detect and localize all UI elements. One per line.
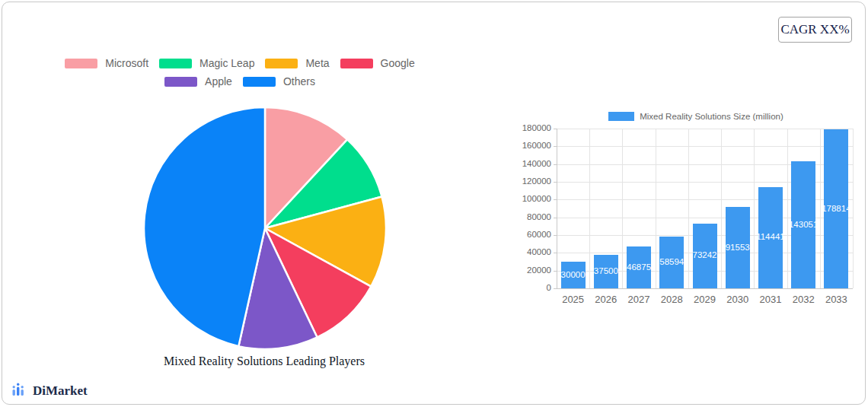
legend-item-google[interactable]: Google xyxy=(340,58,415,68)
y-axis-label: 160000 xyxy=(519,142,551,151)
legend-label: Magic Leap xyxy=(199,58,254,68)
v-gridline xyxy=(557,129,557,288)
v-gridline xyxy=(820,129,821,288)
v-gridline xyxy=(688,129,689,288)
x-axis-label: 2033 xyxy=(825,294,847,304)
bar-chart: Mixed Reality Solutions Size (million) 0… xyxy=(525,109,866,313)
pie-chart-title: Mixed Reality Solutions Leading Players xyxy=(36,355,493,368)
bar-value-label: 58594 xyxy=(659,258,684,267)
legend-label: Google xyxy=(381,58,415,68)
y-axis-label: 0 xyxy=(519,284,551,293)
x-axis-label: 2028 xyxy=(661,294,683,304)
x-axis-label: 2026 xyxy=(595,294,617,304)
legend-item-meta[interactable]: Meta xyxy=(265,58,329,68)
h-gridline xyxy=(557,129,853,129)
logo-dot xyxy=(17,383,19,386)
pie-legend: MicrosoftMagic LeapMetaGoogle AppleOther… xyxy=(46,58,434,87)
legend-item-apple[interactable]: Apple xyxy=(164,76,232,87)
legend-item-magic-leap[interactable]: Magic Leap xyxy=(159,58,254,68)
pie-chart xyxy=(142,106,388,351)
bar-legend-label: Mixed Reality Solutions Size (million) xyxy=(640,112,783,121)
x-axis-label: 2027 xyxy=(628,294,650,304)
y-axis-label: 180000 xyxy=(519,124,551,133)
bar-value-label: 143051 xyxy=(789,221,818,230)
legend-swatch xyxy=(265,59,298,68)
y-axis-label: 60000 xyxy=(519,231,551,240)
legend-swatch xyxy=(340,59,373,68)
y-axis-tick xyxy=(554,288,557,289)
h-gridline xyxy=(557,288,853,289)
legend-label: Others xyxy=(283,76,315,87)
x-axis-label: 2032 xyxy=(793,294,815,304)
cagr-badge-label: CAGR XX% xyxy=(780,22,849,37)
legend-swatch xyxy=(243,77,276,87)
logo-bar xyxy=(17,387,19,396)
pie-legend-row-1: MicrosoftMagic LeapMetaGoogle xyxy=(59,58,420,68)
bar-value-label: 30000 xyxy=(561,271,586,280)
x-axis-label: 2031 xyxy=(759,294,781,304)
y-axis-label: 40000 xyxy=(519,249,551,258)
x-axis-label: 2025 xyxy=(562,294,584,304)
pie-legend-row-2: AppleOthers xyxy=(159,76,321,87)
bar-value-label: 37500 xyxy=(594,267,618,276)
bar-value-label: 46875 xyxy=(627,263,651,272)
bar-chart-logo-icon xyxy=(12,383,29,398)
logo-bar xyxy=(13,390,15,396)
legend-label: Meta xyxy=(305,58,329,68)
y-axis-label: 80000 xyxy=(519,213,551,222)
legend-swatch xyxy=(159,59,192,68)
logo-dot xyxy=(13,386,15,388)
v-gridline xyxy=(589,129,590,288)
cagr-badge[interactable]: CAGR XX% xyxy=(778,17,852,43)
y-axis-label: 120000 xyxy=(519,177,551,186)
h-gridline xyxy=(557,146,853,147)
v-gridline xyxy=(656,129,656,288)
bar-value-label: 91553 xyxy=(726,243,750,253)
x-axis-label: 2030 xyxy=(726,294,748,304)
legend-swatch xyxy=(164,77,197,87)
bar-value-label: 178814 xyxy=(822,205,850,214)
legend-item-others[interactable]: Others xyxy=(243,76,315,87)
x-axis-label: 2029 xyxy=(694,294,716,304)
v-gridline xyxy=(721,129,722,288)
v-gridline xyxy=(622,129,623,288)
v-gridline xyxy=(853,129,854,288)
y-axis-label: 20000 xyxy=(519,266,551,275)
bar-plot-area: 0200004000060000800001000001200001400001… xyxy=(557,129,853,288)
bar-chart-legend[interactable]: Mixed Reality Solutions Size (million) xyxy=(525,112,866,121)
logo-bar xyxy=(21,390,24,396)
y-axis-label: 100000 xyxy=(519,196,551,205)
dimarket-logo: DiMarket xyxy=(12,383,88,398)
logo-text: DiMarket xyxy=(33,384,88,397)
bar-value-label: 73242 xyxy=(693,252,717,261)
bar-value-label: 114441 xyxy=(756,233,785,242)
legend-label: Microsoft xyxy=(105,58,148,68)
v-gridline xyxy=(754,129,755,288)
logo-dot xyxy=(21,386,24,388)
legend-item-microsoft[interactable]: Microsoft xyxy=(65,58,148,68)
y-axis-label: 140000 xyxy=(519,160,551,169)
legend-label: Apple xyxy=(205,76,232,87)
legend-swatch xyxy=(65,59,97,68)
v-gridline xyxy=(787,129,788,288)
pie-slice-others xyxy=(144,107,265,346)
bar-legend-swatch xyxy=(608,112,634,121)
